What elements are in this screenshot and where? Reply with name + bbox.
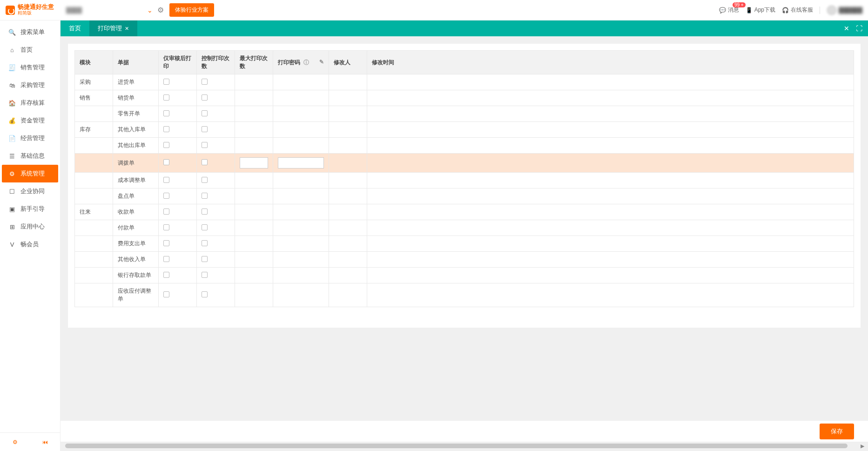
save-button[interactable]: 保存 [820,424,854,439]
apps-icon: ⊞ [8,223,16,230]
checkbox[interactable] [163,272,169,278]
th-password: 打印密码 ⓘ ✎ [273,51,329,74]
checkbox[interactable] [202,159,208,165]
user-menu[interactable]: ██████ [827,5,862,15]
cell-password [273,106,329,122]
cell-doc: 费用支出单 [113,236,159,252]
gear-icon[interactable]: ⚙ [157,6,164,14]
cell-password [273,138,329,154]
checkbox[interactable] [163,240,169,246]
checkbox[interactable] [163,177,169,183]
checkbox[interactable] [163,159,169,165]
cell-modifier [329,268,367,283]
messages-link[interactable]: 💬 消息 99 + [719,6,739,14]
checkbox[interactable] [202,110,208,116]
sidebar-item-system[interactable]: ⚙系统管理 [2,165,58,182]
max-print-input[interactable] [240,157,268,168]
online-service-link[interactable]: 🎧 在线客服 [782,6,813,14]
sidebar-item-collab[interactable]: ☐企业协同 [0,182,60,200]
table-row[interactable]: 其他收入单 [75,252,854,268]
cell-module: 往来 [75,204,113,220]
sidebar-item-basic-info[interactable]: ☰基础信息 [0,147,60,165]
table-row[interactable]: 调拨单 [75,154,854,173]
org-selector[interactable]: ████ [66,7,82,13]
cell-modified-at [367,252,854,268]
cell-doc: 付款单 [113,220,159,236]
scrollbar-thumb[interactable] [65,444,848,448]
sidebar-item-label: 经营管理 [20,134,45,142]
cell-module: 销售 [75,90,113,106]
table-row[interactable]: 销售销货单 [75,90,854,106]
table-row[interactable]: 成本调整单 [75,173,854,188]
edit-icon[interactable]: ✎ [319,59,324,65]
close-icon[interactable]: ✕ [125,26,129,32]
checkbox[interactable] [202,240,208,246]
sidebar-item-vip[interactable]: V畅会员 [0,236,60,253]
print-settings-table: 模块 单据 仅审核后打印 控制打印次数 最大打印次数 打印密码 ⓘ ✎ [74,50,854,307]
tab-打印管理[interactable]: 打印管理✕ [89,20,137,36]
sidebar-item-funds[interactable]: 💰资金管理 [0,112,60,129]
sidebar-item-purchase[interactable]: 🛍采购管理 [0,76,60,94]
sidebar-item-apps[interactable]: ⊞应用中心 [0,218,60,236]
checkbox[interactable] [163,79,169,85]
checkbox[interactable] [163,291,169,297]
checkbox[interactable] [202,177,208,183]
table-row[interactable]: 银行存取款单 [75,268,854,283]
cell-module [75,188,113,204]
checkbox[interactable] [163,209,169,215]
table-row[interactable]: 往来收款单 [75,204,854,220]
sidebar-item-search-menu[interactable]: 🔍搜索菜单 [0,23,60,41]
cell-max [235,106,273,122]
tabs-actions: ✕ ⛶ [844,20,868,36]
sidebar-item-business[interactable]: 📄经营管理 [0,129,60,147]
help-icon[interactable]: ⓘ [303,59,309,66]
app-download-link[interactable]: 📱 App下载 [746,6,775,14]
checkbox[interactable] [202,256,208,262]
table-row[interactable]: 盘点单 [75,188,854,204]
cell-doc: 其他出库单 [113,138,159,154]
checkbox[interactable] [202,142,208,148]
checkbox[interactable] [163,224,169,230]
checkbox[interactable] [202,272,208,278]
sidebar-item-inventory[interactable]: 🏠库存核算 [0,94,60,112]
checkbox[interactable] [163,142,169,148]
scroll-right-icon[interactable]: ▶ [861,443,864,449]
horizontal-scrollbar[interactable]: ▶ [65,444,863,448]
chevron-down-icon[interactable]: ⌄ [147,7,153,14]
checkbox[interactable] [202,224,208,230]
table-row[interactable]: 费用支出单 [75,236,854,252]
checkbox[interactable] [163,110,169,116]
checkbox[interactable] [163,193,169,199]
table-row[interactable]: 库存其他入库单 [75,122,854,138]
th-module: 模块 [75,51,113,74]
checkbox[interactable] [163,94,169,101]
table-row[interactable]: 付款单 [75,220,854,236]
fullscreen-icon[interactable]: ⛶ [856,25,862,32]
checkbox[interactable] [202,291,208,297]
table-row[interactable]: 采购进货单 [75,74,854,90]
table-row[interactable]: 零售开单 [75,106,854,122]
sidebar-item-sales[interactable]: 🧾销售管理 [0,59,60,76]
cell-max [235,154,273,173]
checkbox[interactable] [163,126,169,132]
collapse-icon[interactable]: ⏮ [42,439,48,445]
checkbox[interactable] [202,193,208,199]
cell-password [273,173,329,188]
cell-audit [159,173,197,188]
table-row[interactable]: 其他出库单 [75,138,854,154]
tab-首页[interactable]: 首页 [61,20,89,36]
sidebar-item-home[interactable]: ⌂首页 [0,41,60,59]
cell-audit [159,268,197,283]
checkbox[interactable] [202,209,208,215]
industry-plan-button[interactable]: 体验行业方案 [169,3,214,17]
table-row[interactable]: 应收应付调整单 [75,283,854,307]
checkbox[interactable] [202,126,208,132]
close-all-icon[interactable]: ✕ [844,25,849,32]
sidebar-item-guide[interactable]: ▣新手引导 [0,200,60,218]
settings-icon[interactable]: ⚙ [13,439,18,445]
print-password-input[interactable] [278,157,324,168]
checkbox[interactable] [163,256,169,262]
checkbox[interactable] [202,94,208,101]
cell-control [197,90,235,106]
checkbox[interactable] [202,79,208,85]
